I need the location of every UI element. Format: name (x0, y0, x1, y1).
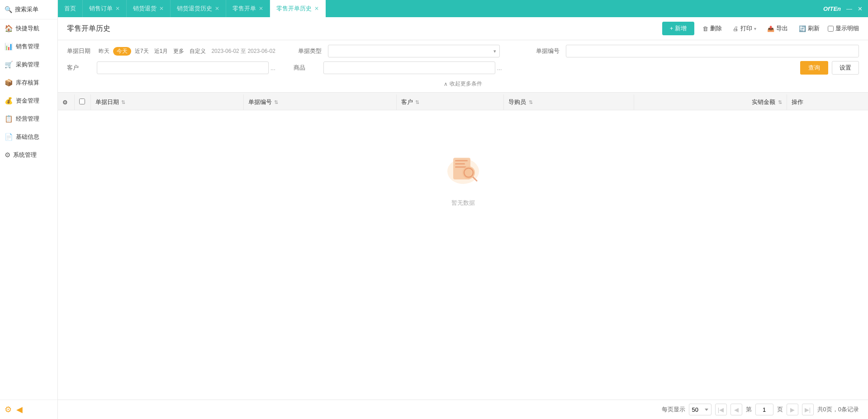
sidebar-item-label: 基础信息 (16, 133, 39, 141)
date-btn-custom[interactable]: 自定义 (188, 47, 208, 56)
th-customer[interactable]: 客户 ⇅ (396, 94, 504, 110)
export-button[interactable]: 📤 导出 (764, 23, 791, 34)
sort-customer-icon: ⇅ (415, 99, 419, 105)
tab-sales-return-label: 销货退货 (133, 5, 157, 13)
sidebar-item-label: 销售管理 (16, 42, 39, 51)
collapse-label: 收起更多条件 (450, 80, 482, 88)
tab-sales-order-label: 销售订单 (89, 5, 113, 13)
empty-text: 暂无数据 (451, 199, 475, 207)
sidebar-search[interactable]: 🔍 搜索采单 (0, 0, 57, 19)
th-check[interactable] (74, 94, 90, 110)
refresh-label: 刷新 (808, 24, 820, 33)
tab-home-label: 首页 (64, 5, 76, 13)
add-button[interactable]: + 新增 (662, 22, 694, 35)
show-detail-label: 显示明细 (835, 24, 859, 33)
customer-ellipsis[interactable]: ... (270, 65, 275, 71)
sidebar-item-label: 系统管理 (13, 151, 37, 159)
th-date[interactable]: 单据日期 ⇅ (90, 94, 243, 110)
tab-retail-open-history-close[interactable]: ✕ (314, 5, 319, 12)
column-settings-icon[interactable]: ⚙ (62, 99, 68, 106)
page-of-label: 页 (777, 405, 783, 414)
refresh-icon: 🔄 (799, 25, 806, 32)
doc-no-input[interactable] (566, 45, 859, 57)
tab-sales-return-history[interactable]: 销货退货历史 ✕ (171, 0, 226, 17)
date-btn-more[interactable]: 更多 (171, 47, 186, 56)
window-minimize[interactable]: — (846, 5, 852, 12)
page-size-select[interactable]: 50 10 20 100 (689, 404, 711, 415)
delete-label: 删除 (710, 24, 722, 33)
date-btn-today[interactable]: 今天 (113, 47, 131, 56)
last-page-button[interactable]: ▶| (802, 404, 814, 415)
collapse-sidebar-icon[interactable]: ◀ (16, 405, 23, 414)
show-detail-checkbox[interactable] (828, 26, 834, 32)
page-number-input[interactable] (755, 404, 773, 415)
delete-button[interactable]: 🗑 删除 (700, 23, 725, 34)
svg-rect-4 (455, 166, 466, 168)
th-no[interactable]: 单据编号 ⇅ (243, 94, 396, 110)
page-label: 第 (746, 405, 752, 414)
search-icon: 🔍 (5, 6, 12, 13)
product-ellipsis[interactable]: ... (497, 65, 502, 71)
tab-sales-return-history-close[interactable]: ✕ (215, 5, 219, 12)
sidebar-item-operations[interactable]: 📋 经营管理 (0, 110, 57, 128)
sidebar-item-quick-nav[interactable]: 🏠 快捷导航 (0, 19, 57, 38)
tab-sales-order-close[interactable]: ✕ (115, 5, 120, 12)
th-no-label: 单据编号 (248, 99, 272, 105)
customer-input[interactable] (97, 61, 269, 74)
tab-sales-return-history-label: 销货退货历史 (177, 5, 212, 13)
tab-retail-open-history[interactable]: 零售开单历史 ✕ (270, 0, 326, 17)
sort-no-icon: ⇅ (274, 99, 278, 105)
date-btn-yesterday[interactable]: 昨天 (97, 47, 111, 56)
gear-icon: ⚙ (5, 151, 10, 159)
date-btn-last-month[interactable]: 近1月 (152, 47, 170, 56)
settings-button[interactable]: 设置 (832, 61, 859, 75)
first-page-button[interactable]: |◀ (715, 404, 727, 415)
sidebar-item-label: 采购管理 (16, 61, 39, 69)
next-page-button[interactable]: ▶ (787, 404, 798, 415)
tab-home[interactable]: 首页 (58, 0, 83, 17)
sidebar-item-basic-info[interactable]: 📄 基础信息 (0, 128, 57, 146)
th-date-label: 单据日期 (95, 99, 119, 105)
date-btn-last7[interactable]: 近7天 (133, 47, 151, 56)
doc-icon: 📄 (5, 133, 13, 141)
th-amount[interactable]: 实销金额 ⇅ (634, 94, 787, 110)
sidebar-item-system-mgmt[interactable]: ⚙ 系统管理 (0, 146, 57, 164)
sidebar-item-sales-mgmt[interactable]: 📊 销售管理 (0, 38, 57, 56)
th-guide-label: 导购员 (508, 99, 526, 105)
th-amount-label: 实销金额 (752, 99, 775, 105)
show-detail-toggle[interactable]: 显示明细 (828, 24, 859, 33)
money-icon: 💰 (5, 97, 13, 105)
table-footer: 每页显示 50 10 20 100 |◀ ◀ 第 页 ▶ ▶| 共0页，0条记录 (58, 400, 868, 419)
sidebar-item-finance[interactable]: 💰 资金管理 (0, 92, 57, 110)
window-close[interactable]: ✕ (858, 5, 863, 12)
prev-page-button[interactable]: ◀ (730, 404, 742, 415)
sidebar-item-purchase-mgmt[interactable]: 🛒 采购管理 (0, 56, 57, 74)
doc-type-label: 单据类型 (298, 47, 325, 55)
th-gear[interactable]: ⚙ (58, 94, 74, 110)
tab-retail-open-close[interactable]: ✕ (259, 5, 263, 12)
tab-sales-return-close[interactable]: ✕ (159, 5, 164, 12)
date-filter-buttons: 昨天 今天 近7天 近1月 更多 自定义 2023-06-02 至 2023-0… (97, 47, 275, 56)
settings-icon[interactable]: ⚙ (5, 405, 12, 414)
product-input[interactable] (323, 61, 495, 74)
doc-type-select[interactable] (328, 45, 500, 57)
empty-illustration (441, 146, 486, 192)
collapse-filter-bar[interactable]: ∧ 收起更多条件 (67, 78, 859, 89)
th-guide[interactable]: 导购员 ⇅ (504, 94, 634, 110)
empty-state: 暂无数据 (58, 110, 868, 225)
sort-date-icon: ⇅ (121, 99, 125, 105)
tab-sales-return[interactable]: 销货退货 ✕ (127, 0, 171, 17)
chart-icon: 📊 (5, 42, 13, 51)
print-label: 打印 (740, 24, 752, 33)
date-range-display: 2023-06-02 至 2023-06-02 (211, 47, 275, 55)
print-icon: 🖨 (733, 25, 739, 32)
tab-sales-order[interactable]: 销售订单 ✕ (83, 0, 127, 17)
refresh-button[interactable]: 🔄 刷新 (796, 23, 822, 34)
select-all-checkbox[interactable] (79, 99, 85, 104)
tab-retail-open[interactable]: 零售开单 ✕ (226, 0, 270, 17)
print-button[interactable]: 🖨 打印 ▾ (730, 23, 759, 34)
filter-area: 单据日期 昨天 今天 近7天 近1月 更多 自定义 2023-06-02 至 2… (58, 40, 868, 93)
query-button[interactable]: 查询 (800, 61, 828, 75)
sidebar-item-inventory[interactable]: 📦 库存核算 (0, 74, 57, 92)
tab-bar-right: OfTEn — ✕ (823, 0, 868, 17)
